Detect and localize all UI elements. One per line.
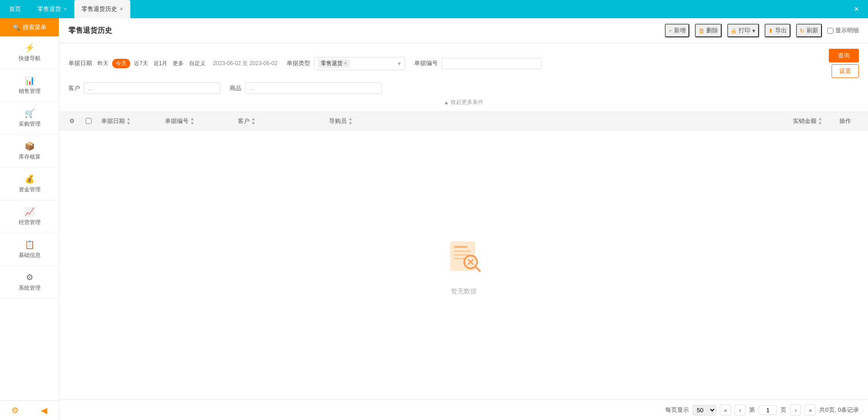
th-amount[interactable]: 实销金额 ▲▼ — [397, 117, 827, 126]
th-client[interactable]: 客户 ▲▼ — [233, 117, 324, 126]
collapse-button[interactable]: ▲ 收起更多条件 — [68, 98, 859, 106]
first-page-button[interactable]: « — [720, 405, 731, 415]
empty-state: 暂无数据 — [59, 130, 868, 400]
th-settings[interactable]: ⚙ — [64, 118, 80, 124]
tab-home-label: 首页 — [9, 5, 21, 13]
sidebar-search-button[interactable]: 🔍 搜索菜单 — [0, 18, 59, 36]
select-all-checkbox[interactable] — [86, 118, 92, 124]
print-dropdown-icon: ▾ — [752, 27, 755, 34]
tab-bar: 首页 零售退货 × 零售退货历史 × × — [0, 0, 868, 18]
sidebar-search-label: 搜索菜单 — [23, 23, 46, 31]
th-guide-label: 导购员 — [329, 117, 347, 125]
client-input[interactable]: ... — [84, 82, 221, 94]
sidebar-item-finance[interactable]: 💰 资金管理 — [0, 168, 59, 200]
client-placeholder: ... — [88, 85, 93, 92]
table-settings-icon[interactable]: ⚙ — [69, 118, 75, 124]
number-filter-label: 单据编号 — [414, 59, 438, 67]
date-btn-yesterday[interactable]: 昨天 — [96, 59, 110, 68]
type-tag-remove-icon[interactable]: × — [344, 60, 347, 67]
sidebar-item-operation[interactable]: 📈 经营管理 — [0, 200, 59, 233]
show-detail-label: 显示明细 — [835, 26, 859, 35]
date-btn-1month[interactable]: 近1月 — [152, 59, 169, 68]
sidebar-item-label: 采购管理 — [19, 120, 41, 128]
client-filter-label: 客户 — [68, 84, 80, 92]
filter-row-2: 客户 ... 商品 ... — [68, 82, 859, 94]
quick-nav-icon: ⚡ — [25, 43, 35, 53]
system-icon: ⚙ — [26, 272, 33, 282]
tab-retail-return-history-close-icon[interactable]: × — [120, 6, 123, 12]
svg-rect-4 — [454, 258, 466, 259]
filter-group-number: 单据编号 — [414, 58, 542, 69]
export-icon: ⬆ — [768, 27, 773, 34]
setting-button[interactable]: 设置 — [832, 64, 859, 78]
export-label: 导出 — [775, 26, 787, 35]
goods-filter-label: 商品 — [230, 84, 241, 92]
refresh-icon: ↻ — [800, 27, 805, 34]
right-actions: 查询 设置 — [829, 49, 859, 78]
type-select[interactable]: 零售退货 × ▾ — [314, 57, 405, 70]
page-number-input[interactable] — [759, 405, 777, 415]
refresh-button[interactable]: ↻ 刷新 — [796, 24, 822, 37]
type-filter-label: 单据类型 — [287, 59, 310, 67]
table-area: ⚙ 单据日期 ▲▼ 单据编号 ▲▼ 客户 ▲▼ 导购员 — [59, 112, 868, 400]
th-amount-label: 实销金额 — [793, 117, 817, 125]
th-no[interactable]: 单据编号 ▲▼ — [160, 117, 233, 126]
number-input[interactable] — [442, 58, 542, 69]
tab-retail-return-close-icon[interactable]: × — [64, 6, 67, 12]
export-button[interactable]: ⬆ 导出 — [765, 24, 791, 37]
th-checkbox[interactable] — [80, 118, 97, 124]
date-btn-7days[interactable]: 近7天 — [132, 59, 150, 68]
th-action-label: 操作 — [839, 117, 851, 125]
tab-retail-return[interactable]: 零售退货 × — [30, 0, 74, 18]
tab-home[interactable]: 首页 — [0, 0, 30, 18]
filter-area: 单据日期 昨天 今天 近7天 近1月 更多 自定义 2023-06-02 至 2… — [59, 43, 868, 112]
svg-rect-3 — [454, 254, 468, 256]
date-btn-more[interactable]: 更多 — [171, 59, 185, 68]
sidebar-item-purchase[interactable]: 🛒 采购管理 — [0, 102, 59, 135]
sidebar-item-inventory[interactable]: 📦 库存核算 — [0, 135, 59, 168]
new-button[interactable]: + 新增 — [665, 24, 689, 37]
page-size-select[interactable]: 50 100 200 — [693, 405, 716, 415]
th-amount-sort-icon: ▲▼ — [818, 117, 822, 126]
settings-bottom-icon[interactable]: ⚙ — [11, 405, 19, 415]
search-icon: 🔍 — [13, 24, 20, 31]
th-guide-sort-icon: ▲▼ — [348, 117, 353, 126]
window-close-button[interactable]: × — [849, 5, 863, 14]
empty-text: 暂无数据 — [451, 287, 477, 296]
collapse-sidebar-icon[interactable]: ◀ — [41, 405, 47, 415]
svg-rect-1 — [454, 246, 467, 248]
date-btn-today[interactable]: 今天 — [112, 59, 130, 68]
show-detail-checkbox-label[interactable]: 显示明细 — [827, 26, 859, 35]
query-button[interactable]: 查询 — [829, 49, 859, 62]
sidebar-item-sales[interactable]: 📊 销售管理 — [0, 69, 59, 102]
th-date[interactable]: 单据日期 ▲▼ — [97, 117, 160, 126]
svg-line-6 — [475, 266, 480, 271]
sidebar-item-quick-nav[interactable]: ⚡ 快捷导航 — [0, 36, 59, 69]
new-icon: + — [668, 27, 672, 34]
next-page-button[interactable]: › — [790, 405, 801, 415]
delete-button[interactable]: 🗑 删除 — [695, 24, 722, 37]
new-label: 新增 — [674, 26, 686, 35]
sidebar-item-system[interactable]: ⚙ 系统管理 — [0, 266, 59, 299]
show-detail-checkbox[interactable] — [827, 28, 833, 34]
goods-input[interactable]: ... — [245, 82, 382, 94]
type-select-dropdown-icon: ▾ — [398, 60, 401, 67]
table-header: ⚙ 单据日期 ▲▼ 单据编号 ▲▼ 客户 ▲▼ 导购员 — [59, 112, 868, 130]
sidebar-item-basic-info[interactable]: 📋 基础信息 — [0, 233, 59, 266]
th-client-label: 客户 — [238, 117, 250, 125]
sidebar-item-label: 快捷导航 — [19, 55, 41, 62]
sidebar-item-label: 销售管理 — [19, 87, 41, 95]
sidebar-item-label: 资金管理 — [19, 186, 41, 194]
delete-label: 删除 — [706, 26, 718, 35]
th-guide[interactable]: 导购员 ▲▼ — [324, 117, 397, 126]
last-page-button[interactable]: » — [805, 405, 816, 415]
th-no-label: 单据编号 — [165, 117, 189, 125]
page-title: 零售退货历史 — [68, 26, 112, 36]
print-button[interactable]: 🖨 打印 ▾ — [727, 24, 759, 37]
sidebar-item-label: 经营管理 — [19, 219, 41, 226]
tab-retail-return-history-label: 零售退货历史 — [82, 5, 117, 13]
refresh-label: 刷新 — [806, 26, 818, 35]
tab-retail-return-history[interactable]: 零售退货历史 × — [74, 0, 130, 18]
date-btn-custom[interactable]: 自定义 — [187, 59, 207, 68]
prev-page-button[interactable]: ‹ — [734, 405, 745, 415]
